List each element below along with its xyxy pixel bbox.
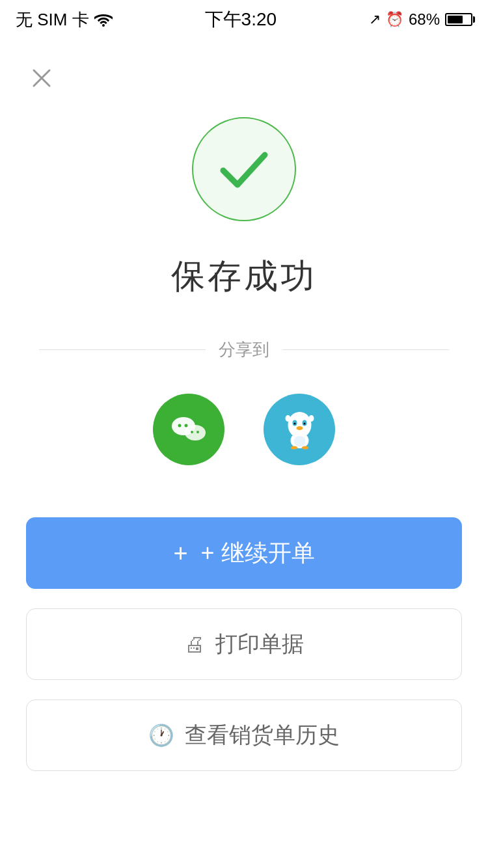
success-area: 保存成功 — [0, 39, 488, 299]
print-label: 打印单据 — [215, 629, 304, 659]
print-icon: 🖨 — [184, 632, 205, 657]
continue-button[interactable]: + + 继续开单 — [26, 517, 462, 589]
action-buttons: + + 继续开单 🖨 打印单据 🕐 查看销货单历史 — [0, 517, 488, 771]
continue-label: + 继续开单 — [201, 537, 315, 569]
history-label: 查看销货单历史 — [185, 720, 340, 750]
svg-point-7 — [197, 431, 199, 433]
svg-point-16 — [291, 446, 297, 450]
continue-icon: + — [173, 539, 187, 567]
svg-point-15 — [293, 436, 305, 446]
close-button[interactable] — [26, 62, 57, 94]
svg-point-12 — [303, 423, 305, 425]
checkmark-icon — [218, 148, 270, 191]
share-section: 分享到 — [0, 338, 488, 465]
status-bar: 无 SIM 卡 下午3:20 ↗ ⏰ 68% — [0, 0, 488, 39]
svg-point-4 — [178, 424, 181, 427]
print-button[interactable]: 🖨 打印单据 — [26, 608, 462, 680]
svg-point-13 — [296, 426, 303, 430]
history-button[interactable]: 🕐 查看销货单历史 — [26, 699, 462, 771]
close-icon — [30, 66, 53, 90]
wechat-icon — [168, 412, 210, 448]
battery-icon — [445, 13, 472, 26]
share-icons — [0, 394, 488, 465]
svg-point-3 — [185, 425, 206, 441]
history-icon: 🕐 — [148, 723, 174, 748]
svg-point-6 — [191, 431, 193, 433]
svg-point-11 — [293, 423, 295, 425]
status-right: ↗ ⏰ 68% — [369, 10, 472, 29]
share-divider: 分享到 — [0, 338, 488, 361]
share-label: 分享到 — [219, 338, 269, 361]
success-circle — [192, 117, 296, 221]
qq-icon — [278, 407, 321, 452]
wechat-share-button[interactable] — [153, 394, 224, 465]
svg-point-17 — [302, 446, 308, 450]
success-title: 保存成功 — [171, 254, 317, 299]
svg-point-5 — [184, 424, 187, 427]
battery-percent: 68% — [409, 10, 440, 29]
status-time: 下午3:20 — [205, 7, 277, 32]
main-content: 保存成功 分享到 — [0, 39, 488, 868]
location-icon: ↗ — [369, 11, 381, 28]
wifi-icon — [94, 12, 113, 27]
sim-label: 无 SIM 卡 — [16, 8, 89, 31]
qq-share-button[interactable] — [264, 394, 335, 465]
svg-point-18 — [285, 415, 290, 422]
status-left: 无 SIM 卡 — [16, 8, 113, 31]
alarm-icon: ⏰ — [386, 11, 403, 28]
svg-point-19 — [308, 415, 314, 422]
